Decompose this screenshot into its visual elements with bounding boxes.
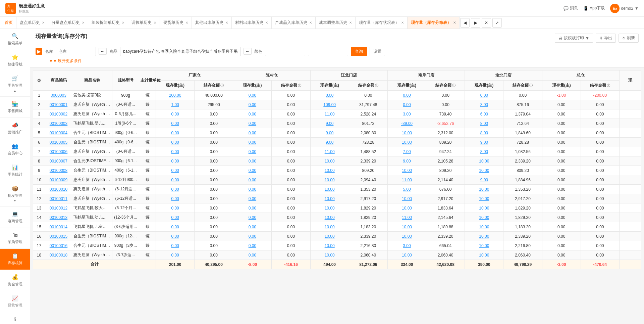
tab-11[interactable]: 现存量（库存分布表） ✕ [408,17,460,29]
sidebar-item-mall[interactable]: 🏪 零售商城 [0,97,30,118]
cm-amt-info-icon[interactable]: ⓘ [298,84,301,87]
tab-8[interactable]: 产成品入库单历史 ✕ [272,17,316,29]
expand-toggle-btn[interactable]: ▶ [36,48,42,55]
table-row: 11 00100010 惠氏启脑（Wyeth illu... (6-12月适..… [33,185,641,194]
dropdown-icon: ▼ [635,6,639,11]
color-input[interactable] [265,47,305,56]
sidebar-marketing-label: 营销推广 [8,130,22,135]
jb-amt-info-icon[interactable]: ⓘ [375,84,378,87]
sidebar-item-operations[interactable]: 📈 经营管理 [0,291,30,312]
print-dropdown-icon: ▼ [585,36,589,41]
tab-2-close[interactable]: ✕ [82,21,85,25]
tab-10-close[interactable]: ✕ [401,21,404,25]
tab-8-close[interactable]: ✕ [309,21,312,25]
sidebar-item-inventory[interactable]: 📋 库存核算 [0,249,30,270]
tab-11-label: 现存量（库存分布表） [411,20,451,26]
sidebar-item-basic-info[interactable]: ℹ 基础信息 [0,312,30,324]
tab-11-close[interactable]: ✕ [453,21,456,25]
box-icon: 📦 [12,185,18,192]
app-download-btn[interactable]: 📱 App下载 [583,5,605,11]
tab-1-close[interactable]: ✕ [42,21,45,25]
users-icon: 👥 [12,143,18,149]
yb-amt-info-icon[interactable]: ⓘ [529,84,533,87]
tab-5-close[interactable]: ✕ [185,21,188,25]
col-jb-qty-header: 现存量(主) [310,81,349,91]
warehouse-input[interactable] [56,47,96,56]
tab-9-close[interactable]: ✕ [349,21,352,25]
tab-next-btn[interactable]: ▶ [471,18,480,28]
table-container: ⚙ 商品编码 商品名称 规格型号 主计量单位 厂家仓 陈村仓 江北门店 南岸门店… [30,67,644,324]
app-label: App下载 [590,5,605,11]
factory-amt-info-icon[interactable]: ⓘ [220,84,224,87]
tab-6-close[interactable]: ✕ [225,21,228,25]
tab-3[interactable]: 组装拆卸单历史 ✕ [88,17,128,29]
tab-prev-btn[interactable]: ◀ [460,18,470,28]
tab-7-close[interactable]: ✕ [265,21,268,25]
col-nanan-header: 南岸门店 [387,71,465,81]
col-t-qty-header: 现存量(主) [542,81,581,91]
sidebar-retail-label: 零售管理 [8,83,22,88]
sidebar-item-search[interactable]: 🔍 搜索英单 [0,29,30,50]
tab-6[interactable]: 其他出库单历史 ✕ [192,17,232,29]
sidebar-item-purchase[interactable]: 🛍 采购管理 [0,228,30,249]
shopping-icon: 🛍 [12,232,18,238]
tab-home-label: 首页 [5,20,13,26]
expand-conditions-btn[interactable]: ▼▼ 展开更多条件 [49,58,639,64]
export-btn[interactable]: ⬇ 导出 [596,34,616,43]
search-btn[interactable]: 查询 [351,47,367,56]
col-settings-icon[interactable]: ⚙ [37,78,41,83]
sidebar-item-marketing[interactable]: 📣 营销推广 [0,118,30,139]
tab-4-close[interactable]: ✕ [154,21,156,25]
settings-btn[interactable]: 设置 [370,47,385,56]
tab-3-close[interactable]: ✕ [122,21,124,25]
summary-row: 合计 201.00 40,295.00 -8.00 -416.16 494.00… [33,260,641,269]
main-layout: 🔍 搜索英单 ⭐ 快捷导航 🛒 零售管理 ▲ 🏪 零售商城 📣 营销推广 👥 会… [0,29,644,324]
col-jb-amt-header: 结存金额ⓘ [349,81,387,91]
filter-row: ▶ 仓库 ··· 商品 ··· 颜色 查询 设置 [36,47,639,56]
sidebar-item-member[interactable]: 👥 会员中心 [0,139,30,160]
summary-c-amt: -416.16 [272,260,310,269]
col-factory-qty-header: 现存量(主) [156,81,195,91]
user-menu[interactable]: Ea demo2 ▼ [610,4,639,13]
goods-ellipsis-btn[interactable]: ··· [244,48,252,55]
tab-10[interactable]: 现存量（库存状况表） ✕ [356,17,408,29]
col-spec-header: 规格型号 [112,71,139,91]
col-yubeimen-header: 渝北门店 [465,71,542,81]
na-amt-info-icon[interactable]: ⓘ [452,84,455,87]
tab-expand-btn[interactable]: ⤢ [492,18,502,28]
refresh-btn[interactable]: ↻ 刷新 [619,34,639,43]
tab-5[interactable]: 要货单历史 ✕ [160,17,192,29]
tab-home[interactable]: 首页 [1,17,16,29]
tab-4[interactable]: 调拨单历史 ✕ [128,17,160,29]
tab-9[interactable]: 成本调整单历史 ✕ [316,17,356,29]
sidebar-item-wholesale[interactable]: 📦 批发管理 ▼ [0,181,30,207]
goods-input[interactable] [120,47,241,56]
tab-7[interactable]: 材料出库单历史 ✕ [232,17,272,29]
print-btn[interactable]: 🖨 按模板打印 ▼ [555,34,593,43]
avatar: Ea [610,4,620,13]
col-cm-amt-header: 结存金额ⓘ [272,81,310,91]
tab-2[interactable]: 分量盘点单历史 ✕ [48,17,88,29]
sidebar-finance-label: 资金管理 [8,282,22,287]
col-na-amt-header: 结存金额ⓘ [426,81,465,91]
sidebar-item-retail-stats[interactable]: 📊 零售统计 [0,160,30,181]
message-btn[interactable]: 💬 消息 [564,5,578,11]
sidebar-item-retail-mgmt[interactable]: 🛒 零售管理 ▲ [0,71,30,97]
tab-3-label: 组装拆卸单历史 [92,20,120,26]
t-amt-info-icon[interactable]: ⓘ [607,84,610,87]
col-t-amt-header: 结存金额ⓘ [581,81,619,91]
sidebar-item-finance[interactable]: 💰 资金管理 [0,270,30,291]
sidebar-item-ecommerce[interactable]: 💻 电商管理 [0,207,30,228]
color-input2[interactable] [308,47,348,56]
warehouse-ellipsis-btn[interactable]: ··· [99,48,107,55]
sidebar-retail-stats-label: 零售统计 [8,172,22,177]
store-icon: 🏪 [12,101,18,107]
sidebar-item-nav[interactable]: ⭐ 快捷导航 [0,50,30,71]
refresh-icon: ↻ [622,36,626,41]
col-xian-header: 现 [620,71,641,91]
data-table: ⚙ 商品编码 商品名称 规格型号 主计量单位 厂家仓 陈村仓 江北门店 南岸门店… [33,70,641,269]
tab-1[interactable]: 盘点单历史 ✕ [16,17,48,29]
tab-1-label: 盘点单历史 [20,20,40,26]
star-icon: ⭐ [12,54,18,60]
tab-close-all-btn[interactable]: ✕ [482,18,491,28]
